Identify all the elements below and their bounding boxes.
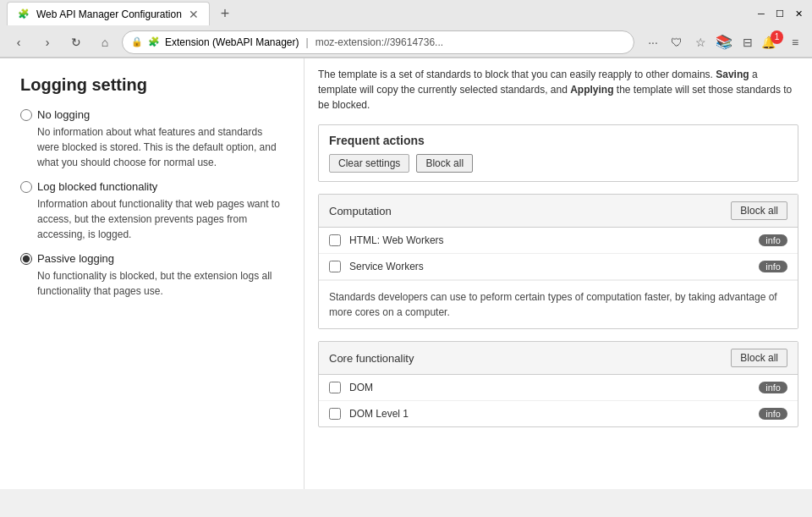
menu-button[interactable]: ≡ bbox=[785, 32, 805, 52]
browser-nav-icons: ··· 🛡 ☆ 📚 ⊟ 🔔 1 ≡ bbox=[643, 32, 805, 52]
address-bar[interactable]: 🔒 🧩 Extension (WebAPI Manager) | moz-ext… bbox=[122, 30, 634, 54]
browser-tab[interactable]: 🧩 Web API Manager Configuration ✕ bbox=[7, 2, 210, 25]
list-item: Service Workers info bbox=[319, 254, 798, 280]
radio-option-no-logging: No logging No information about what fea… bbox=[20, 108, 283, 170]
radio-log-blocked[interactable] bbox=[20, 181, 32, 193]
computation-block-all-button[interactable]: Block all bbox=[731, 201, 787, 220]
radio-label-log-blocked[interactable]: Log blocked functionality bbox=[20, 180, 283, 193]
saving-label: Saving bbox=[716, 69, 749, 80]
notification-badge: 1 bbox=[771, 30, 783, 44]
left-panel: Logging setting No logging No informatio… bbox=[0, 58, 304, 489]
dom-checkbox[interactable] bbox=[329, 382, 341, 393]
core-functionality-block-all-button[interactable]: Block all bbox=[731, 349, 787, 367]
new-tab-button[interactable]: + bbox=[213, 2, 237, 25]
computation-header: Computation Block all bbox=[319, 195, 798, 228]
service-workers-info-badge[interactable]: info bbox=[759, 261, 787, 272]
intro-text: The template is a set of standards to bl… bbox=[318, 67, 798, 113]
service-workers-label: Service Workers bbox=[349, 261, 759, 272]
html-web-workers-label: HTML: Web Workers bbox=[349, 234, 759, 246]
notification-icon[interactable]: 🔔 1 bbox=[761, 32, 782, 52]
list-item: DOM Level 1 info bbox=[319, 401, 798, 426]
list-item: DOM info bbox=[319, 375, 798, 401]
panel-title: Logging setting bbox=[20, 75, 283, 95]
main-layout: Logging setting No logging No informatio… bbox=[0, 58, 812, 489]
dom-label: DOM bbox=[349, 382, 759, 393]
computation-description: Standards developers can use to peform c… bbox=[319, 280, 798, 328]
frequent-actions-buttons: Clear settings Block all bbox=[329, 154, 787, 173]
sync-icon[interactable]: ⊟ bbox=[738, 32, 758, 52]
dom-level1-checkbox[interactable] bbox=[329, 408, 341, 420]
radio-no-logging-label: No logging bbox=[37, 108, 90, 121]
close-window-button[interactable]: ✕ bbox=[792, 7, 805, 20]
frequent-actions-section: Frequent actions Clear settings Block al… bbox=[318, 124, 798, 182]
radio-no-logging[interactable] bbox=[20, 109, 32, 121]
dom-level1-info-badge[interactable]: info bbox=[759, 408, 787, 420]
radio-option-log-blocked: Log blocked functionality Information ab… bbox=[20, 180, 283, 242]
radio-passive-logging-label: Passive logging bbox=[37, 252, 114, 265]
maximize-button[interactable]: ☐ bbox=[773, 7, 787, 20]
radio-label-no-logging[interactable]: No logging bbox=[20, 108, 283, 121]
refresh-button[interactable]: ↻ bbox=[64, 30, 88, 54]
dom-level1-label: DOM Level 1 bbox=[349, 408, 759, 420]
window-controls: ─ ☐ ✕ bbox=[754, 7, 805, 20]
right-panel: The template is a set of standards to bl… bbox=[304, 58, 812, 489]
intro-text-before: The template is a set of standards to bl… bbox=[318, 69, 716, 80]
applying-label: Applying bbox=[570, 84, 613, 96]
clear-settings-button[interactable]: Clear settings bbox=[329, 154, 409, 173]
address-extension-name: Extension (WebAPI Manager) bbox=[165, 36, 299, 48]
core-functionality-header: Core functionality Block all bbox=[319, 342, 798, 375]
title-bar: 🧩 Web API Manager Configuration ✕ + ─ ☐ … bbox=[0, 0, 812, 27]
library-icon[interactable]: 📚 bbox=[714, 32, 734, 52]
frequent-actions-title: Frequent actions bbox=[329, 134, 787, 147]
dom-info-badge[interactable]: info bbox=[759, 382, 787, 393]
address-url: moz-extension://39614736... bbox=[315, 36, 443, 48]
tab-close-button[interactable]: ✕ bbox=[189, 8, 199, 21]
html-web-workers-info-badge[interactable]: info bbox=[759, 234, 787, 246]
computation-section: Computation Block all HTML: Web Workers … bbox=[318, 194, 798, 329]
service-workers-checkbox[interactable] bbox=[329, 261, 341, 272]
frequent-block-all-button[interactable]: Block all bbox=[416, 154, 473, 173]
radio-passive-logging[interactable] bbox=[20, 253, 32, 265]
radio-no-logging-desc: No information about what features and s… bbox=[37, 124, 283, 170]
nav-bar: ‹ › ↻ ⌂ 🔒 🧩 Extension (WebAPI Manager) |… bbox=[0, 27, 812, 58]
back-button[interactable]: ‹ bbox=[7, 30, 30, 54]
bookmark-icon[interactable]: ☆ bbox=[690, 32, 710, 52]
radio-log-blocked-desc: Information about functionality that web… bbox=[37, 196, 283, 242]
tab-title: Web API Manager Configuration bbox=[36, 8, 182, 20]
shield-icon[interactable]: 🛡 bbox=[667, 32, 687, 52]
core-functionality-title: Core functionality bbox=[329, 352, 414, 365]
home-button[interactable]: ⌂ bbox=[93, 30, 117, 54]
html-web-workers-checkbox[interactable] bbox=[329, 234, 341, 246]
minimize-button[interactable]: ─ bbox=[754, 7, 768, 20]
list-item: HTML: Web Workers info bbox=[319, 228, 798, 254]
forward-button[interactable]: › bbox=[36, 30, 59, 54]
radio-label-passive-logging[interactable]: Passive logging bbox=[20, 252, 283, 265]
more-button[interactable]: ··· bbox=[643, 32, 663, 52]
radio-log-blocked-label: Log blocked functionality bbox=[37, 180, 157, 193]
core-functionality-section: Core functionality Block all DOM info DO… bbox=[318, 341, 798, 427]
browser-chrome: 🧩 Web API Manager Configuration ✕ + ─ ☐ … bbox=[0, 0, 812, 58]
radio-option-passive-logging: Passive logging No functionality is bloc… bbox=[20, 252, 283, 299]
radio-passive-logging-desc: No functionality is blocked, but the ext… bbox=[37, 268, 283, 299]
computation-title: Computation bbox=[329, 205, 392, 217]
